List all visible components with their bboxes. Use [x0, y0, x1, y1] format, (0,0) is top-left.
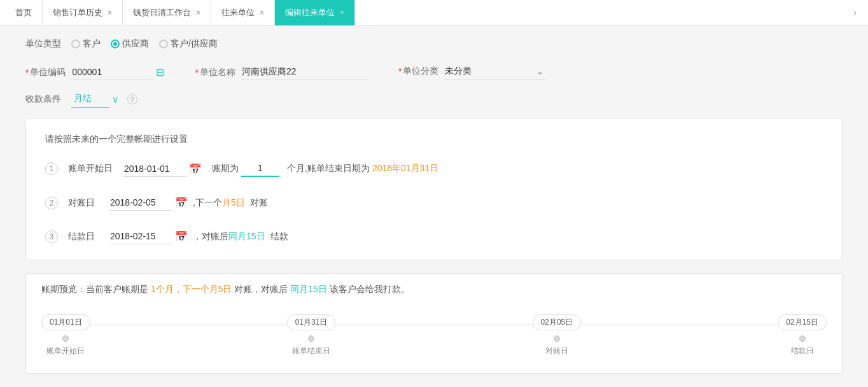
preview-section: 账期预览：当前客户账期是 1个月，下一个月5日 对账，对账后 同月15日 该客户… [25, 273, 843, 374]
settlement-info-box: 请按照未来的一个完整帐期进行设置 1 账单开始日 📅 账期为 个月,账单结束日期… [25, 118, 843, 260]
unit-name-group: * 单位名称 [195, 64, 367, 80]
payment-terms-row: 收款条件 月结 ∨ ? [25, 90, 843, 108]
unit-name-required: * [195, 67, 198, 78]
timeline-label-2: 账单结束日 [292, 346, 330, 356]
unit-code-input[interactable] [71, 64, 153, 80]
reconcile-date-input[interactable] [109, 195, 172, 211]
timeline-label-4: 结款日 [791, 346, 814, 356]
reconcile-suffix-1: ,下一个 [193, 197, 222, 209]
timeline-node-4: 02月15日结款日 [778, 314, 827, 356]
radio-circle-supplier [111, 39, 120, 48]
tab-home[interactable]: 首页 [5, 0, 43, 25]
tab-edit-partner[interactable]: 编辑往来单位 × [275, 0, 355, 25]
timeline-dot-2 [308, 335, 314, 342]
settlement-row-1: 1 账单开始日 📅 账期为 个月,账单结束日期为 2018年01月31日 [45, 160, 823, 177]
timeline-node-3: 02月05日对账日 [533, 314, 582, 356]
payment-terms-label: 收款条件 [25, 94, 61, 105]
close-tab-edit-partner[interactable]: × [340, 8, 344, 17]
end-date-highlight: 2018年01月31日 [372, 163, 438, 174]
close-tab-sales-history[interactable]: × [108, 8, 112, 17]
tab-sales-history[interactable]: 销售订单历史 × [43, 0, 123, 25]
tab-partners[interactable]: 往来单位 × [211, 0, 275, 25]
unit-type-label: 单位类型 [25, 38, 61, 50]
unit-code-group: * 单位编码 ⊟ [25, 64, 164, 80]
preview-reconcile-date: 下一个月5日 [183, 284, 232, 294]
preview-payment-date: 同月15日 [288, 284, 329, 294]
timeline-label-1: 账单开始日 [46, 346, 85, 356]
radio-label-supplier: 供应商 [122, 38, 149, 50]
radio-customer-supplier[interactable]: 客户/供应商 [159, 38, 218, 50]
radio-label-customer-supplier: 客户/供应商 [171, 38, 218, 50]
tabs-chevron-icon[interactable]: › [847, 7, 863, 18]
payment-terms-value[interactable]: 月结 [71, 90, 109, 108]
unit-type-row: 单位类型 客户 供应商 客户/供应商 [25, 38, 843, 50]
row-label-1: 账单开始日 [68, 163, 113, 174]
preview-text-1: 账期预览：当前客户账期是 [41, 284, 151, 294]
radio-supplier[interactable]: 供应商 [111, 38, 149, 50]
radio-circle-customer-supplier [159, 39, 168, 48]
close-tab-cashier-workbench[interactable]: × [196, 8, 200, 17]
unit-category-value: 未分类 [445, 66, 472, 77]
preview-text-2: 对账，对账后 [232, 284, 288, 294]
help-icon[interactable]: ? [127, 94, 137, 104]
reconcile-suffix-2: 对账 [250, 197, 268, 209]
settlement-title: 请按照未来的一个完整帐期进行设置 [45, 134, 823, 145]
timeline-badge-1: 01月01日 [41, 314, 90, 330]
row-num-2: 2 [45, 197, 58, 209]
unit-category-required: * [398, 66, 402, 76]
timeline-nodes: 01月01日账单开始日 01月31日账单结束日 02月05日对账日 02月15日… [41, 314, 827, 363]
radio-customer[interactable]: 客户 [71, 38, 101, 50]
timeline-dot-4 [799, 335, 806, 342]
category-dropdown-icon: ⌄ [536, 65, 544, 77]
copy-icon[interactable]: ⊟ [156, 66, 164, 78]
unit-code-required: * [25, 67, 29, 78]
unit-name-input[interactable] [241, 64, 368, 80]
payment-terms-dropdown-icon[interactable]: ∨ [112, 94, 118, 104]
row-label-2: 对账日 [68, 197, 99, 209]
unit-fields-row: * 单位编码 ⊟ * 单位名称 * 单位分类 未分类 ⌄ [25, 62, 843, 80]
tab-cashier-workbench[interactable]: 钱货日清工作台 × [123, 0, 211, 25]
payment-suffix-2: 结款 [270, 231, 288, 243]
tabs-bar: 首页 销售订单历史 × 钱货日清工作台 × 往来单位 × 编辑往来单位 × › [0, 0, 868, 25]
period-value-input[interactable] [241, 160, 279, 177]
row-num-3: 3 [45, 230, 58, 243]
timeline-badge-3: 02月05日 [533, 314, 582, 330]
timeline-label-3: 对账日 [545, 346, 568, 356]
preview-text-3: 该客户会给我打款。 [330, 284, 410, 294]
payment-suffix-1: ，对账后 [193, 231, 228, 243]
reconcile-date-cal-icon[interactable]: 📅 [175, 197, 188, 209]
row-num-1: 1 [45, 162, 58, 175]
start-date-input[interactable] [123, 161, 186, 177]
timeline-container: 01月01日账单开始日 01月31日账单结束日 02月05日对账日 02月15日… [41, 314, 827, 363]
preview-text: 账期预览：当前客户账期是 1个月，下一个月5日 对账，对账后 同月15日 该客户… [41, 284, 827, 295]
timeline-badge-4: 02月15日 [778, 314, 827, 330]
reconcile-highlight: 月5日 [222, 197, 245, 209]
unit-category-group: * 单位分类 未分类 ⌄ [398, 62, 545, 80]
settlement-row-3: 3 结款日 📅 ，对账后 同月15日 结款 [45, 229, 823, 244]
radio-label-customer: 客户 [83, 38, 101, 50]
row-label-3: 结款日 [68, 231, 99, 243]
main-content: 单位类型 客户 供应商 客户/供应商 * 单位编码 ⊟ * 单位名称 [0, 25, 868, 387]
timeline-dot-3 [554, 335, 560, 342]
payment-terms-select-group: 月结 ∨ [71, 90, 118, 108]
payment-date-input[interactable] [109, 229, 172, 244]
unit-category-label: 单位分类 [403, 66, 438, 77]
unit-name-label: 单位名称 [200, 67, 235, 78]
timeline-node-1: 01月01日账单开始日 [41, 314, 90, 356]
preview-period: 1个月， [151, 284, 183, 294]
timeline-badge-2: 01月31日 [287, 314, 336, 330]
timeline-node-2: 01月31日账单结束日 [287, 314, 336, 356]
period-suffix: 个月,账单结束日期为 [287, 163, 370, 174]
unit-category-select[interactable]: 未分类 ⌄ [444, 62, 545, 80]
unit-code-label: 单位编码 [30, 67, 66, 78]
close-tab-partners[interactable]: × [260, 8, 264, 17]
period-label: 账期为 [212, 163, 239, 174]
unit-type-radio-group: 客户 供应商 客户/供应商 [71, 38, 218, 50]
payment-date-cal-icon[interactable]: 📅 [175, 230, 188, 243]
start-date-cal-icon[interactable]: 📅 [189, 163, 202, 175]
radio-circle-customer [71, 39, 80, 48]
settlement-row-2: 2 对账日 📅 ,下一个月5日 对账 [45, 195, 823, 211]
timeline-dot-1 [62, 335, 69, 342]
payment-highlight: 同月15日 [228, 231, 265, 243]
